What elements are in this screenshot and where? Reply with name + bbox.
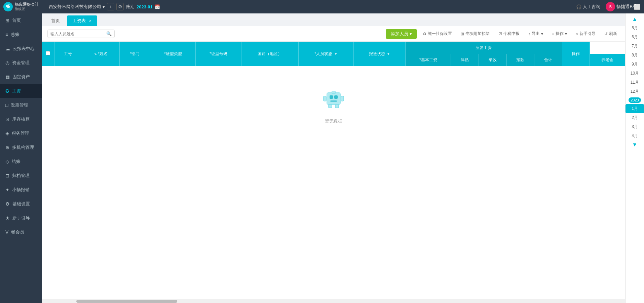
content-area: 首页 工资表 × 🔍 添加人员 ▾ ♻ 统一社保设置 (42, 13, 625, 303)
sidebar-label-inventory: 库存核算 (12, 116, 30, 122)
svg-rect-6 (341, 96, 344, 101)
sidebar-item-archive[interactable]: ⊟ 归档管理 (0, 169, 42, 183)
add-person-button[interactable]: 添加人员 ▾ (386, 29, 417, 39)
panel-month-11[interactable]: 11月 (626, 78, 644, 87)
sidebar-item-member[interactable]: V 畅会员 (0, 225, 42, 239)
sidebar-item-home[interactable]: ⊞ 首页 (0, 13, 42, 28)
panel-month-5[interactable]: 5月 (626, 24, 644, 33)
app-logo-icon: 畅 (3, 2, 13, 11)
sidebar-item-closing[interactable]: ◇ 结账 (0, 155, 42, 169)
sidebar-item-assets[interactable]: ▦ 固定资产 (0, 70, 42, 84)
period-label: 账期 (126, 4, 135, 10)
search-wrap[interactable]: 🔍 (47, 30, 115, 38)
guide-toolbar-label: 新手引导 (579, 31, 596, 37)
year-label: 2023 (629, 97, 641, 103)
sidebar: ⊞ 首页 ≡ 总账 ☁ 云报表中心 ◎ 资金管理 ▦ 固定资产 ✪ 工资 □ 发… (0, 13, 42, 303)
search-input[interactable] (50, 32, 104, 36)
checkbox-column-header[interactable] (42, 42, 54, 66)
status-filter-icon[interactable]: ▼ (334, 52, 337, 56)
sidebar-label-guide: 新手引导 (12, 215, 30, 221)
expense-icon: ✦ (5, 187, 9, 192)
sidebar-label-settings: 基础设置 (12, 201, 30, 207)
sidebar-label-ledger: 总账 (11, 32, 20, 38)
deduction-icon: ⊞ (461, 32, 464, 36)
tab-home-label: 首页 (51, 18, 60, 23)
sidebar-label-archive: 归档管理 (12, 173, 30, 179)
export-dropdown-icon: ▾ (541, 32, 543, 36)
svg-rect-1 (330, 95, 333, 99)
add-company-button[interactable]: + (107, 3, 114, 10)
panel-month-7[interactable]: 7月 (626, 42, 644, 51)
company-selector[interactable]: 西安虾米网络科技有限公司 ▾ (49, 4, 105, 10)
tab-salary-table[interactable]: 工资表 × (67, 15, 97, 26)
period-value[interactable]: 2023-01 (137, 4, 153, 9)
sidebar-item-tax[interactable]: ◈ 税务管理 (0, 126, 42, 140)
scroll-thumb[interactable] (76, 300, 177, 303)
sidebar-item-settings[interactable]: ⚙ 基础设置 (0, 197, 42, 211)
sidebar-item-guide[interactable]: ★ 新手引导 (0, 211, 42, 225)
sidebar-label-invoice: 发票管理 (11, 102, 28, 108)
panel-scroll-down[interactable]: ▼ (631, 140, 639, 149)
svg-rect-8 (335, 104, 339, 108)
toolbar-right: 添加人员 ▾ ♻ 统一社保设置 ⊞ 专项附加扣除 ☑ 个税申报 ↑ 导出 (386, 29, 620, 39)
sidebar-item-invoice[interactable]: □ 发票管理 (0, 98, 42, 112)
panel-scroll-up[interactable]: ▲ (631, 15, 639, 24)
operations-icon: ≡ (552, 32, 554, 36)
sidebar-label-home: 首页 (12, 17, 21, 24)
sidebar-item-cloud-report[interactable]: ☁ 云报表中心 (0, 42, 42, 56)
social-security-button[interactable]: ♻ 统一社保设置 (420, 30, 455, 38)
salary-table: 工号 ⇅ *姓名 *部门 *证型类型 *证型号码 国籍（地区） *人员状态 ▼ … (42, 42, 625, 66)
sidebar-label-multi-org: 多机构管理 (12, 144, 34, 150)
sidebar-label-closing: 结账 (12, 159, 21, 165)
sidebar-item-fund[interactable]: ◎ 资金管理 (0, 56, 42, 70)
svg-rect-0 (327, 93, 340, 104)
deduction-button[interactable]: ⊞ 专项附加扣除 (458, 30, 492, 38)
window-maximize-button[interactable]: ⬜ (631, 0, 644, 13)
guide-button[interactable]: ○ 新手引导 (573, 30, 598, 38)
panel-month-9[interactable]: 9月 (626, 60, 644, 69)
panel-month-2[interactable]: 2月 (626, 113, 644, 122)
panel-month-3[interactable]: 3月 (626, 122, 644, 131)
panel-month-1[interactable]: 1月 (626, 104, 644, 113)
chevron-down-icon: ▾ (103, 4, 105, 9)
archive-icon: ⊟ (5, 173, 9, 178)
export-button[interactable]: ↑ 导出 ▾ (526, 30, 546, 38)
th-name: ⇅ *姓名 (82, 42, 120, 66)
sidebar-label-member: 畅会员 (11, 229, 24, 235)
sidebar-label-cloud-report: 云报表中心 (13, 46, 35, 52)
refresh-label: 刷新 (609, 31, 617, 37)
settings-icon[interactable]: ⚙ (116, 3, 124, 10)
operations-dropdown-icon: ▾ (565, 32, 567, 36)
home-icon: ⊞ (5, 18, 9, 23)
cloud-icon: ☁ (5, 46, 10, 51)
sidebar-item-multi-org[interactable]: ⊕ 多机构管理 (0, 140, 42, 155)
help-button[interactable]: 🎧 人工咨询 (576, 4, 600, 10)
member-icon: V (5, 229, 8, 235)
panel-month-4[interactable]: 4月 (626, 131, 644, 140)
refresh-button[interactable]: ↺ 刷新 (602, 30, 620, 38)
tab-close-icon[interactable]: × (89, 18, 91, 23)
th-employee-no: 工号 (54, 42, 82, 66)
sidebar-item-expense[interactable]: ✦ 小畅报销 (0, 183, 42, 197)
panel-month-10[interactable]: 10月 (626, 69, 644, 78)
sidebar-item-ledger[interactable]: ≡ 总账 (0, 28, 42, 42)
tax-report-button[interactable]: ☑ 个税申报 (496, 30, 522, 38)
panel-month-8[interactable]: 8月 (626, 51, 644, 60)
sidebar-item-inventory[interactable]: ⊡ 库存核算 (0, 112, 42, 126)
social-security-icon: ♻ (423, 32, 426, 36)
window-close-button[interactable]: × (617, 0, 631, 13)
panel-month-6[interactable]: 6月 (626, 33, 644, 42)
sidebar-item-salary[interactable]: ✪ 工资 (0, 84, 42, 98)
search-icon: 🔍 (106, 31, 112, 36)
report-status-filter-icon[interactable]: ▼ (387, 52, 390, 56)
operations-button[interactable]: ≡ 操作 ▾ (549, 30, 570, 38)
tab-home[interactable]: 首页 (45, 15, 66, 26)
panel-month-12[interactable]: 12月 (626, 87, 644, 96)
svg-rect-2 (334, 95, 338, 99)
th-total: 合计 (534, 54, 562, 66)
select-all-checkbox[interactable] (46, 51, 50, 55)
horizontal-scrollbar[interactable] (42, 299, 625, 303)
operations-label: 操作 (556, 31, 564, 37)
table-wrap: 工号 ⇅ *姓名 *部门 *证型类型 *证型号码 国籍（地区） *人员状态 ▼ … (42, 42, 625, 299)
calendar-icon[interactable]: 📅 (155, 4, 160, 9)
